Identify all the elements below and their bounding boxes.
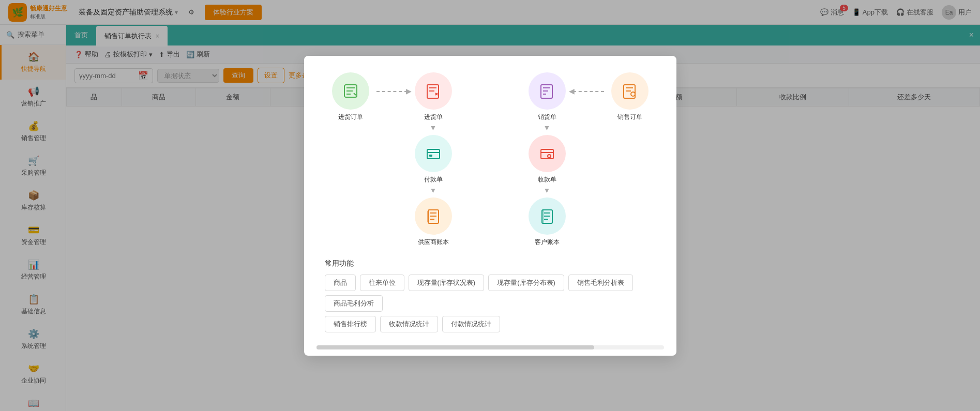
func-btn-sales-profit[interactable]: 销售毛利分析表 — [568, 275, 633, 291]
purchase-bill-circle — [415, 72, 452, 110]
node-purchase-order[interactable]: 进货订单 — [325, 72, 376, 121]
node-customer-ledger[interactable]: 客户账本 — [529, 197, 566, 247]
node-purchase-bill[interactable]: 进货单 — [408, 72, 459, 121]
func-btn-payment-stats[interactable]: 付款情况统计 — [442, 316, 500, 332]
popup-overlay[interactable]: 进货订单 ▶ 进货单 — [0, 0, 980, 411]
func-btn-inventory-dist[interactable]: 现存量(库存分布表) — [488, 275, 564, 291]
func-btn-partner[interactable]: 往来单位 — [360, 275, 404, 291]
node-receipt[interactable]: 收款单 — [529, 135, 566, 184]
common-functions-title: 常用功能 — [325, 259, 656, 268]
svg-rect-30 — [542, 210, 544, 223]
arrow-1-2: ▶ — [376, 91, 408, 92]
svg-rect-15 — [427, 149, 440, 159]
down-arrow-sales: ▼ — [544, 124, 551, 132]
node-sales-bill[interactable]: 销货单 — [521, 72, 573, 121]
sales-bill-circle — [529, 72, 566, 110]
flow-chart-section: 进货订单 ▶ 进货单 — [325, 72, 656, 247]
func-btn-sales-rank[interactable]: 销售排行榜 — [325, 316, 376, 332]
down-arrow-payment: ▼ — [430, 186, 437, 194]
popup-scrollbar[interactable] — [316, 345, 664, 349]
customer-ledger-circle — [529, 197, 566, 235]
node-payment[interactable]: 付款单 — [415, 135, 452, 184]
down-arrow-purchase: ▼ — [430, 124, 437, 132]
svg-rect-17 — [429, 155, 432, 157]
func-btn-product-profit[interactable]: 商品毛利分析 — [325, 295, 383, 312]
supplier-ledger-circle — [415, 197, 452, 235]
popup-scrollbar-thumb — [316, 345, 595, 349]
purchase-order-circle — [332, 72, 369, 110]
svg-rect-18 — [541, 149, 553, 159]
svg-point-14 — [631, 92, 635, 96]
sales-order-circle — [611, 72, 649, 110]
arrow-4-3: ◀ — [573, 91, 604, 92]
func-btn-inventory-status[interactable]: 现存量(库存状况表) — [409, 275, 485, 291]
func-btn-receipt-stats[interactable]: 收款情况统计 — [380, 316, 438, 332]
common-functions-section: 常用功能 商品 往来单位 现存量(库存状况表) 现存量(库存分布表) 销售毛利分… — [325, 259, 656, 332]
svg-rect-25 — [427, 211, 429, 222]
node-sales-order[interactable]: 销售订单 — [604, 72, 656, 121]
popup-dialog: 进货订单 ▶ 进货单 — [304, 56, 676, 356]
receipt-circle — [529, 135, 566, 172]
function-buttons-row: 商品 往来单位 现存量(库存状况表) 现存量(库存分布表) 销售毛利分析表 商品… — [325, 275, 656, 312]
node-supplier-ledger[interactable]: 供应商账本 — [415, 197, 452, 247]
payment-circle — [415, 135, 452, 172]
func-btn-product[interactable]: 商品 — [325, 275, 356, 291]
down-arrow-receipt: ▼ — [544, 186, 551, 194]
svg-point-20 — [548, 155, 551, 158]
function-buttons-row-2: 销售排行榜 收款情况统计 付款情况统计 — [325, 316, 656, 332]
